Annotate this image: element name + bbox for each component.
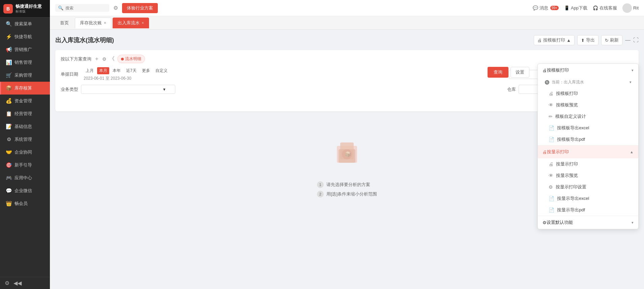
- display-print-item[interactable]: 🖨 按显示打印: [538, 158, 638, 170]
- sidebar-item-beginner[interactable]: 🎯 新手引导: [0, 159, 50, 172]
- tab-label: 首页: [60, 20, 69, 26]
- template-print-header[interactable]: 🖨 按模板打印 ▾: [538, 64, 638, 77]
- system-icon: ⚙: [6, 136, 12, 142]
- display-print-settings-item[interactable]: ⚙ 按显示打印设置: [538, 181, 638, 193]
- tab-home[interactable]: 首页: [55, 18, 74, 28]
- shortcut-this-year[interactable]: 本年: [111, 67, 123, 74]
- sidebar-item-label: 销售管理: [14, 59, 32, 65]
- dropdown-panel: 🖨 按模板打印 ▾ 🔘 当前：出入库流水 ▾ 🖨 按模板打印: [537, 63, 639, 229]
- sales-icon: 📊: [6, 59, 12, 65]
- online-service-item[interactable]: 🎧 在线客服: [593, 5, 617, 11]
- shortcut-prev-month[interactable]: 上月: [84, 67, 96, 74]
- business-type-label: 业务类型: [61, 86, 78, 93]
- message-item[interactable]: 💬 消息 99+: [533, 5, 559, 11]
- purchase-icon: 🛒: [6, 72, 12, 78]
- content-area: 出入库流水(流水明细) 🖨 按模板打印 ▲ ⬆ 导出 ↻ 刷新 — ⛶: [50, 30, 644, 289]
- business-type-select[interactable]: ▾: [81, 85, 175, 94]
- sidebar-item-basic[interactable]: 📝 基础信息: [0, 120, 50, 133]
- finance-icon: 💰: [6, 98, 12, 104]
- sidebar-item-label: 企业微信: [14, 188, 32, 194]
- sidebar-item-wechat[interactable]: 💬 企业微信: [0, 184, 50, 197]
- default-function-icon: ⚙: [543, 220, 547, 225]
- query-button[interactable]: 查询: [488, 67, 508, 78]
- sidebar-item-label: 库存核算: [14, 85, 32, 91]
- sidebar-item-operation[interactable]: 📋 经营管理: [0, 107, 50, 120]
- dropdown-display-section: 🖨 按显示打印 ▲ 🖨 按显示打印 👁 按显示预览 ⚙ 按显示打印设置: [538, 146, 638, 216]
- topbar-search-box[interactable]: 🔍: [55, 4, 109, 12]
- chevron-up-icon: ▲: [630, 150, 634, 154]
- sidebar-item-search[interactable]: 🔍 搜索菜单: [0, 18, 50, 30]
- template-export-pdf-item[interactable]: 📄 按模板导出pdf: [538, 134, 638, 145]
- sidebar-item-system[interactable]: ⚙ 系统管理: [0, 133, 50, 146]
- settings-icon[interactable]: ⚙: [5, 280, 9, 286]
- tab-flow[interactable]: 出入库流水 ×: [113, 18, 149, 28]
- refresh-button[interactable]: ↻ 刷新: [601, 35, 622, 45]
- sidebar-item-quick-nav[interactable]: ⚡ 快捷导航: [0, 30, 50, 43]
- template-export-excel-item[interactable]: 📄 按模板导出excel: [538, 122, 638, 134]
- user-item[interactable]: Rit: [622, 3, 639, 13]
- add-filter-icon[interactable]: ＋: [94, 55, 99, 62]
- display-export-excel-item[interactable]: 📄 按显示导出excel: [538, 193, 638, 204]
- sidebar-item-purchase[interactable]: 🛒 采购管理: [0, 69, 50, 82]
- display-export-pdf-item[interactable]: 📄 按显示导出pdf: [538, 204, 638, 216]
- trial-button[interactable]: 体验行业方案: [122, 3, 158, 13]
- shortcut-this-month[interactable]: 本月: [97, 67, 109, 74]
- tab-close-icon[interactable]: ×: [142, 21, 144, 25]
- sidebar-item-sales[interactable]: 📊 销售管理: [0, 56, 50, 69]
- flow-detail-tag: 流水明细: [117, 55, 145, 63]
- settings-icon: ⚙: [549, 184, 553, 190]
- empty-hint-1: 请先选择要分析的方案: [326, 182, 370, 188]
- sidebar-item-label: 营销推广: [14, 47, 32, 53]
- logo-main-text: 畅捷通好生意: [16, 4, 42, 9]
- printer-icon: 🖨: [549, 91, 553, 96]
- refresh-icon: ↻: [605, 38, 609, 43]
- sidebar-item-member[interactable]: 👑 畅会员: [0, 197, 50, 210]
- settings-filter-icon[interactable]: ⚙: [102, 56, 107, 62]
- current-template-item[interactable]: 🔘 当前：出入库流水 ▾: [538, 77, 638, 88]
- collapse-filter-icon[interactable]: 《: [109, 55, 115, 62]
- member-icon: 👑: [6, 201, 12, 207]
- logo-text: 畅捷通好生意 标准版: [16, 4, 42, 14]
- template-custom-design-item[interactable]: ✏ 模板自定义设计: [538, 111, 638, 122]
- template-preview-item[interactable]: 👁 按模板预览: [538, 99, 638, 111]
- page-actions: 🖨 按模板打印 ▲ ⬆ 导出 ↻ 刷新 — ⛶: [534, 35, 639, 45]
- display-print-header[interactable]: 🖨 按显示打印 ▲: [538, 146, 638, 158]
- search-input[interactable]: [65, 6, 99, 10]
- sidebar-item-app-center[interactable]: 🎮 应用中心: [0, 172, 50, 184]
- sidebar-item-finance[interactable]: 💰 资金管理: [0, 95, 50, 107]
- sidebar-item-label: 畅会员: [14, 201, 28, 207]
- item-label: 按显示打印: [556, 161, 578, 167]
- sidebar-nav: 🔍 搜索菜单 ⚡ 快捷导航 📢 营销推广 📊 销售管理 🛒 采购管理 📦 库存核…: [0, 18, 50, 277]
- app-download-item[interactable]: 📱 App下载: [564, 5, 587, 11]
- export-label: 导出: [586, 37, 595, 43]
- shortcut-7days[interactable]: 近7天: [124, 67, 139, 74]
- excel-icon: 📄: [549, 125, 554, 131]
- tag-dot: [121, 58, 124, 60]
- collapse-icon[interactable]: ◀◀: [13, 280, 22, 286]
- sidebar-item-enterprise[interactable]: 🤝 企业协同: [0, 146, 50, 159]
- gear-icon[interactable]: ⚙: [113, 5, 118, 11]
- settings-button[interactable]: 设置: [510, 67, 529, 78]
- preview-icon: 👁: [549, 173, 553, 178]
- sidebar-item-label: 采购管理: [14, 72, 32, 78]
- export-icon: ⬆: [581, 38, 585, 43]
- minimize-icon[interactable]: —: [625, 37, 631, 43]
- template-print-header-label: 按模板打印: [547, 67, 569, 73]
- display-preview-item[interactable]: 👁 按显示预览: [538, 170, 638, 181]
- tab-close-icon[interactable]: ×: [104, 21, 106, 25]
- tab-label: 出入库流水: [118, 20, 140, 26]
- sidebar-logo: B 畅捷通好生意 标准版: [0, 0, 50, 18]
- export-button[interactable]: ⬆ 导出: [577, 35, 598, 45]
- template-print-button[interactable]: 🖨 按模板打印 ▲: [534, 35, 575, 45]
- tab-batch-account[interactable]: 库存批次账 ×: [75, 18, 111, 28]
- template-print-item[interactable]: 🖨 按模板打印: [538, 88, 638, 99]
- maximize-icon[interactable]: ⛶: [633, 37, 639, 43]
- item-label: 按模板预览: [556, 102, 578, 108]
- shortcut-custom[interactable]: 自定义: [153, 67, 170, 74]
- sidebar-item-inventory[interactable]: 📦 库存核算: [0, 82, 50, 95]
- shortcut-more[interactable]: 更多: [140, 67, 152, 74]
- default-function-item[interactable]: ⚙ 设置默认功能 ▾: [538, 216, 638, 229]
- user-name: Rit: [633, 5, 639, 10]
- sidebar-item-marketing[interactable]: 📢 营销推广: [0, 43, 50, 56]
- filter-header-label: 按以下方案查询: [61, 56, 91, 62]
